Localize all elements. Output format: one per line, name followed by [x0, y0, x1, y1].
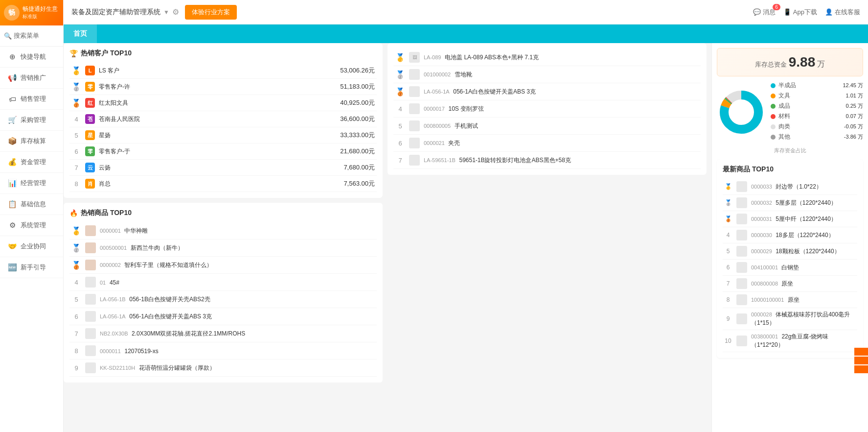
legend-item: 肉类 -0.05 万 — [771, 122, 863, 131]
float-btn-community[interactable]: 服务社区 — [854, 357, 868, 364]
notifications-item[interactable]: 💬 消息 6 — [753, 8, 776, 17]
customer-amount: 51,183.00元 — [340, 82, 375, 91]
product-info: LA-056-1B 056-1B白色按键开关壳ABS2壳 — [100, 295, 375, 304]
logo-sub: 标准版 — [23, 13, 58, 20]
product-info: KK-SD22110H 花语萌恒温分罐罐袋（厚款） — [100, 364, 375, 372]
list-item: 🥈 0000032 5厘多层（1220*2440） — [723, 195, 857, 211]
customer-info: 零售客户-许 — [99, 83, 336, 91]
table-row: 8 肖 肖总 7,563.00元 — [69, 176, 377, 192]
customer-name: 零售客户-于 — [99, 147, 336, 156]
donut-legend: 半成品 12.45 万 文具 1.01 万 成品 0.25 万 材料 0.07 … — [771, 81, 863, 143]
product-rank: 🥈 — [724, 199, 732, 206]
customer-name: LS 客户 — [99, 67, 336, 75]
system-label: 系统管理 — [21, 221, 46, 230]
table-row: 7 云 云扬 7,680.00元 — [69, 160, 377, 176]
purchase-icon: 🛒 — [8, 116, 17, 124]
inventory-label: 库存核算 — [21, 137, 46, 145]
table-row: 7 NB2.0X30B 2.0X30MM双搓花轴.搓花直径2.1MM/ROHS — [69, 325, 377, 342]
main-content: 装备及固定资产辅助管理系统 ▼ ⚙ 体验行业方案 💬 消息 6 📱 App下载 … — [64, 0, 868, 432]
sidebar-item-inventory[interactable]: 📦库存核算 — [0, 131, 63, 152]
customer-amount: 40,925.00元 — [340, 98, 375, 107]
app-logo: 畅 畅捷通好生意 标准版 — [0, 0, 63, 25]
center-column: 🏆 热销客户 TOP10 🥇 L LS 客户 53,006.26元 🥈 零 零售… — [64, 43, 383, 432]
customer-rank-list: 🥇 L LS 客户 53,006.26元 🥈 零 零售客户-许 51,183.0… — [69, 63, 377, 192]
sidebar-item-marketing[interactable]: 📢营销推广 — [0, 68, 63, 89]
product-avatar — [85, 362, 96, 373]
legend-dot — [771, 114, 776, 119]
legend-item: 文具 1.01 万 — [771, 92, 863, 100]
sidebar-item-operations[interactable]: 📊经营管理 — [0, 173, 63, 194]
legend-dot — [771, 94, 776, 98]
new-product-card: 最新商品 TOP10 🥇 0000033 封边带（1.0*22） 🥈 00000… — [717, 159, 863, 358]
legend-name: 半成品 — [778, 81, 836, 90]
inventory-label: 库存总资金 — [755, 61, 787, 68]
right-center-column: 🥇 🖼 LA-089 电池盖 LA-089 ABS本色+黑种 7.1克 🥈 00… — [388, 43, 707, 432]
product-avatar — [736, 181, 747, 192]
customer-amount: 7,680.00元 — [343, 163, 375, 172]
sales-icon: 🏷 — [8, 95, 17, 103]
product-info: 0000001 中华神雕 — [100, 227, 375, 235]
table-row: 6 0000021 夹壳 — [393, 135, 701, 152]
product-info: LA-59651-1B 59651-1B旋转投影灯电池盒ABS黑色+58克 — [424, 156, 699, 165]
customer-badge: 星 — [85, 130, 95, 140]
hot-product-rank-card: 🥇 🖼 LA-089 电池盖 LA-089 ABS本色+黑种 7.1克 🥈 00… — [388, 43, 707, 175]
legend-name: 文具 — [778, 92, 836, 100]
product-avatar — [736, 230, 747, 240]
sidebar-item-cooperation[interactable]: 🤝企业协同 — [0, 236, 63, 257]
dropdown-arrow[interactable]: ▼ — [163, 9, 169, 16]
online-service-item[interactable]: 👤 在线客服 — [825, 8, 860, 17]
product-rank: 9 — [724, 315, 732, 322]
settings-icon[interactable]: ⚙ — [172, 7, 179, 17]
hot-sales-card: 🔥 热销商品 TOP10 🥇 0000001 中华神雕 🥈 000500001 … — [64, 203, 383, 383]
sidebar-item-quick-nav[interactable]: ⊕快捷导航 — [0, 47, 63, 68]
customer-rank-card: 🏆 热销客户 TOP10 🥇 L LS 客户 53,006.26元 🥈 零 零售… — [64, 43, 383, 198]
list-item: 5 0000029 18颗粒板（1220*2440） — [723, 243, 857, 260]
product-avatar — [85, 260, 96, 270]
search-menu-section[interactable]: 🔍 搜索菜单 — [0, 25, 63, 47]
legend-name: 成品 — [778, 102, 836, 110]
customer-badge: 零 — [85, 82, 95, 92]
table-row: 🥈 零 零售客户-许 51,183.00元 — [69, 79, 377, 95]
search-icon: 🔍 — [4, 32, 12, 40]
customer-amount: 7,563.00元 — [343, 179, 375, 188]
sidebar-item-base-info[interactable]: 📋基础信息 — [0, 194, 63, 215]
float-btn-live[interactable]: 直播 — [854, 365, 868, 373]
marketing-label: 营销推广 — [21, 73, 46, 82]
table-row: 🥇 🖼 LA-089 电池盖 LA-089 ABS本色+黑种 7.1克 — [393, 49, 701, 66]
product-info: 01 45# — [100, 279, 375, 286]
list-item: 6 004100001 白钢垫 — [723, 260, 857, 276]
customer-info: 零售客户-于 — [99, 147, 336, 156]
tab-home[interactable]: 首页 — [64, 24, 97, 43]
base-info-icon: 📋 — [8, 200, 17, 209]
sidebar-item-system[interactable]: ⚙系统管理 — [0, 215, 63, 236]
experience-btn[interactable]: 体验行业方案 — [185, 5, 237, 20]
sidebar-item-guide[interactable]: 🆕新手引导 — [0, 257, 63, 278]
sidebar-item-finance[interactable]: 💰资金管理 — [0, 152, 63, 173]
list-item: 8 10000100001 原坐 — [723, 292, 857, 308]
product-avatar — [409, 155, 420, 166]
customer-badge: 零 — [85, 146, 95, 156]
product-info: 001000002 雪地靴 — [424, 71, 699, 79]
search-menu-button[interactable]: 🔍 搜索菜单 — [4, 29, 59, 42]
donut-section: 半成品 12.45 万 文具 1.01 万 成品 0.25 万 材料 0.07 … — [717, 81, 863, 143]
float-btn-hotline[interactable]: 客服热线 — [854, 348, 868, 356]
table-row: 7 LA-59651-1B 59651-1B旋转投影灯电池盒ABS黑色+58克 — [393, 152, 701, 169]
product-info: 000800005 手机测试 — [424, 122, 699, 130]
sidebar-item-sales[interactable]: 🏷销售管理 — [0, 89, 63, 110]
legend-value: -0.05 万 — [839, 123, 863, 130]
fire-icon: 🔥 — [69, 209, 78, 217]
app-download-label: App下载 — [793, 8, 817, 17]
product-info: 0000032 5厘多层（1220*2440） — [751, 199, 856, 207]
inventory-section: 库存总资金 9.88 万 — [717, 48, 863, 154]
table-row: 🥉 红 红太阳文具 40,925.00元 — [69, 95, 377, 111]
sidebar-item-purchase[interactable]: 🛒采购管理 — [0, 110, 63, 131]
product-avatar — [85, 294, 96, 305]
app-download-item[interactable]: 📱 App下载 — [783, 8, 817, 17]
inventory-icon: 📦 — [8, 137, 17, 145]
product-info: 004100001 白钢垫 — [751, 264, 856, 272]
table-row: 5 LA-056-1B 056-1B白色按键开关壳ABS2壳 — [69, 291, 377, 308]
product-info: 003800001 22g鱼豆腐-烧烤味（1*12*20） — [751, 333, 856, 349]
legend-dot — [771, 135, 776, 140]
legend-item: 成品 0.25 万 — [771, 102, 863, 110]
product-avatar — [736, 294, 747, 305]
